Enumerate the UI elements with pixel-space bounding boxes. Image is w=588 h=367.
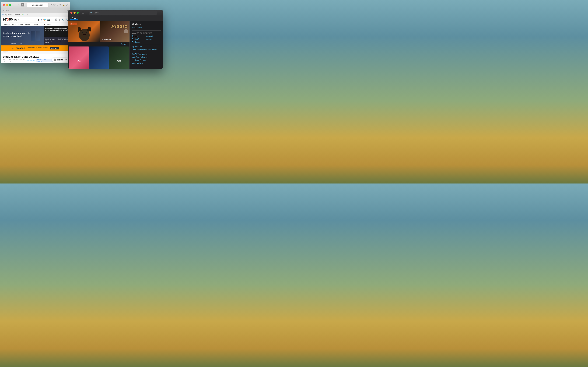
shop-now-button[interactable]: Shop Now bbox=[50, 47, 59, 50]
youtube-icon[interactable]: ▶ bbox=[38, 18, 40, 21]
featured-movies-grid: LOVE, SIMON Love, Simon PACIFIC RIM UPRI… bbox=[68, 46, 130, 69]
tomb-raider-text: TOMB RAIDER bbox=[117, 60, 121, 62]
itunes-minimize-button[interactable] bbox=[73, 12, 76, 14]
chat-icon[interactable]: 💬 bbox=[55, 18, 57, 21]
itunes-nav-icons: ☰ bbox=[82, 11, 84, 15]
nav-watch[interactable]: Watch ▾ bbox=[34, 23, 39, 25]
nav-mac[interactable]: Mac ▾ bbox=[12, 23, 16, 25]
logo-dropdown-icon[interactable]: ▾ bbox=[18, 19, 18, 21]
maximize-button[interactable] bbox=[9, 4, 11, 6]
follow-button[interactable]: Follow bbox=[57, 59, 63, 61]
settings-icon[interactable]: 🔧 bbox=[61, 18, 64, 21]
all-genres-arrow: ▾ bbox=[141, 27, 142, 28]
resize-icon[interactable]: ⤢ bbox=[66, 4, 68, 6]
nav-guides[interactable]: Guides ▾ bbox=[3, 23, 10, 25]
see-all-button[interactable]: See All › bbox=[120, 42, 129, 46]
address-bar[interactable]: 9to5mac.com bbox=[27, 3, 49, 7]
minimize-button[interactable] bbox=[6, 4, 8, 6]
itunes-search-box[interactable]: 🔍 Search bbox=[89, 11, 157, 15]
hero-small-1: 9to5Mac Listen to the latest 9to5Mac Hap… bbox=[44, 37, 57, 45]
reader-label[interactable]: Reader bbox=[15, 14, 20, 16]
my-wish-list-link[interactable]: My Wish List bbox=[130, 45, 163, 48]
ad-text-area: Free shipping on millions of items. Elig… bbox=[27, 47, 48, 50]
facebook-icon[interactable]: f bbox=[41, 18, 42, 21]
mission-poster[interactable]: MISSIC Five-Movie B... › bbox=[100, 21, 130, 42]
nav-tv[interactable]: TV ▾ bbox=[42, 23, 45, 25]
indie-new-releases-link[interactable]: Indie New Releases bbox=[130, 56, 163, 58]
itunes-hero: Dogs bbox=[68, 21, 130, 42]
bookmarks-icons: ⊞ My Sites bbox=[2, 14, 12, 16]
more-icon[interactable]: ⋯ bbox=[51, 18, 53, 21]
follower-count: 📊 bbox=[22, 14, 24, 15]
nav-mac-arrow: ▾ bbox=[15, 24, 16, 25]
top-all-time-link[interactable]: Top All-Time Movies bbox=[130, 53, 163, 56]
forward-button[interactable]: › bbox=[17, 3, 20, 6]
pre-order-movies-link[interactable]: Pre-Order Movies bbox=[130, 58, 163, 61]
nav-iphone[interactable]: iPhone ▾ bbox=[25, 23, 31, 25]
nav-ipad[interactable]: iPad ▾ bbox=[18, 23, 23, 25]
ad-banner: ad amazon Free shipping on millions of i… bbox=[1, 45, 70, 51]
today-bar: TODAY bbox=[1, 51, 70, 53]
close-button[interactable] bbox=[3, 4, 5, 6]
reload-icon[interactable]: ↻ bbox=[57, 4, 58, 6]
store-tab[interactable]: Store bbox=[70, 17, 78, 20]
share-icon[interactable]: ⎙ bbox=[51, 4, 52, 6]
follow-bar: Follow ••• bbox=[52, 58, 69, 62]
nav-ipad-arrow: ▾ bbox=[22, 24, 23, 25]
quick-link-purchased[interactable]: Purchased bbox=[132, 41, 146, 43]
deals-icon[interactable]: $ bbox=[59, 18, 60, 21]
instagram-icon[interactable]: 📷 bbox=[47, 18, 50, 21]
nav-music-arrow: ▾ bbox=[52, 24, 52, 25]
love-simon-thumbnail[interactable]: LOVE, SIMON Love, Simon bbox=[69, 47, 89, 69]
dog-illustration bbox=[68, 28, 100, 42]
hero-labels: Current New bbox=[11, 43, 22, 44]
sidebar-divider-1 bbox=[132, 30, 161, 31]
quick-link-account[interactable]: Account bbox=[147, 35, 161, 38]
amazon-logo: amazon bbox=[16, 47, 25, 50]
site-nav: Guides ▾ Mac ▾ iPad ▾ iPhone ▾ Watch ▾ bbox=[1, 23, 70, 26]
all-genres-label: All Genres bbox=[132, 26, 141, 29]
more-options-button[interactable]: ••• bbox=[64, 58, 67, 61]
itunes-traffic-lights bbox=[70, 12, 79, 14]
nav-watch-label: Watch bbox=[34, 23, 38, 25]
my-sites-label[interactable]: My Sites bbox=[5, 14, 12, 16]
reader-mode-icon[interactable]: ⊞ bbox=[21, 3, 24, 7]
learn-more-itunes-link[interactable]: Learn More About iTunes Extras bbox=[130, 48, 163, 51]
hero-next-button[interactable]: › bbox=[124, 29, 128, 33]
dogs-poster[interactable]: Dogs bbox=[68, 21, 100, 42]
all-genres-button[interactable]: All Genres ▾ bbox=[130, 26, 163, 30]
itunes-close-button[interactable] bbox=[70, 12, 72, 14]
new-label: New bbox=[20, 43, 22, 44]
sidebar-divider-2 bbox=[132, 44, 161, 44]
search-placeholder: Search bbox=[94, 12, 100, 14]
itunes-search-area: 🔍 Search bbox=[89, 11, 157, 15]
tomb-raider-thumbnail[interactable]: TOMB RAIDER Tomb Raider (2018) bbox=[109, 47, 129, 69]
hero-small-articles: 9to5Mac Listen to the latest 9to5Mac Hap… bbox=[44, 37, 70, 45]
lock-icon[interactable]: 🔒 bbox=[62, 4, 65, 6]
nav-guides-arrow: ▾ bbox=[9, 24, 10, 25]
quick-links-grid: Redeem Account Send Gift Support Purchas… bbox=[130, 35, 163, 43]
see-all-arrow: › bbox=[127, 43, 127, 45]
twitter-icon[interactable]: 🐦 bbox=[43, 18, 46, 21]
browser-content: 9TO5Mac ▾ ▶ f 🐦 📷 ⋯ 💬 $ 🔧 🔍 bbox=[1, 17, 70, 63]
quick-link-support[interactable]: Support bbox=[147, 38, 161, 41]
back-button[interactable]: ‹ bbox=[13, 3, 16, 6]
info-icon[interactable]: ⓘ bbox=[53, 3, 55, 7]
pacific-rim-thumbnail[interactable]: PACIFIC RIM UPRISING Pacific Rim: Uprisi… bbox=[89, 47, 109, 69]
movie-bundles-link[interactable]: Movie Bundles bbox=[130, 61, 163, 65]
small-1-label: 9to5Mac bbox=[45, 37, 56, 39]
nav-tv-arrow: ▾ bbox=[44, 24, 45, 25]
itunes-maximize-button[interactable] bbox=[77, 12, 79, 14]
browser-titlebar: ‹ › ⊞ 9to5mac.com ⎙ ⓘ ↻ ⚙ 🔒 ⤢ bbox=[1, 2, 70, 8]
search-icon-site[interactable]: 🔍 bbox=[65, 18, 68, 21]
itunes-menu-icon[interactable]: ☰ bbox=[82, 11, 84, 15]
hero-title: Apple rebuilding Maps in massive overhau… bbox=[3, 32, 31, 38]
hero-left: Apple rebuilding Maps in massive overhau… bbox=[1, 26, 44, 45]
quick-link-redeem[interactable]: Redeem bbox=[132, 35, 146, 38]
tag-1[interactable]: 9TO5MAC DAILY PODCAST bbox=[36, 59, 53, 62]
five-movie-label: Five-Movie B... bbox=[102, 39, 113, 40]
quick-link-send-gift[interactable]: Send Gift bbox=[132, 38, 146, 41]
extensions-icon[interactable]: ⚙ bbox=[59, 4, 61, 6]
ad-label: ad bbox=[12, 48, 13, 49]
nav-music[interactable]: Music ▾ bbox=[47, 23, 52, 25]
